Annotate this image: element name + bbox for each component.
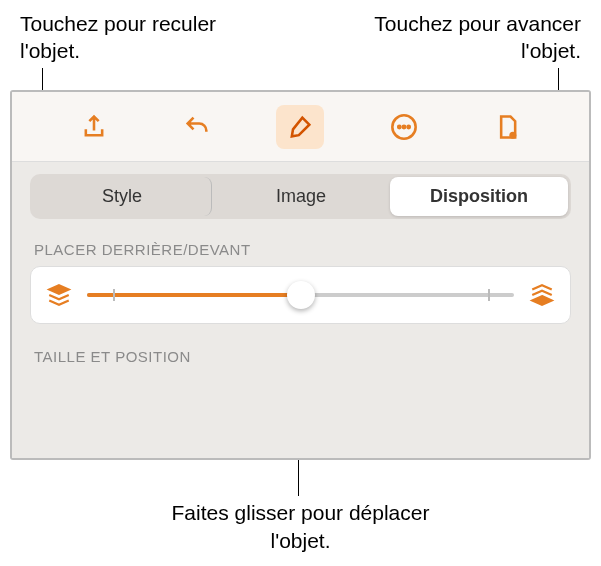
format-button[interactable] bbox=[276, 105, 324, 149]
share-button[interactable] bbox=[70, 105, 118, 149]
layers-back-icon bbox=[46, 282, 72, 308]
brush-icon bbox=[286, 113, 314, 141]
undo-icon bbox=[183, 113, 211, 141]
format-panel: Style Image Disposition PLACER DERRIÈRE/… bbox=[12, 162, 589, 458]
tab-image[interactable]: Image bbox=[212, 177, 390, 216]
section-title-placer: PLACER DERRIÈRE/DEVANT bbox=[34, 241, 567, 258]
segmented-tabs: Style Image Disposition bbox=[30, 174, 571, 219]
share-icon bbox=[80, 113, 108, 141]
layer-slider[interactable] bbox=[87, 281, 514, 309]
more-icon bbox=[390, 113, 418, 141]
callout-drag: Faites glisser pour déplacer l'objet. bbox=[171, 499, 431, 554]
slider-knob[interactable] bbox=[287, 281, 315, 309]
svg-point-4 bbox=[510, 131, 517, 138]
svg-point-3 bbox=[407, 125, 409, 127]
layer-order-row bbox=[30, 266, 571, 324]
slider-tick bbox=[113, 289, 115, 301]
tab-disposition[interactable]: Disposition bbox=[390, 177, 568, 216]
send-backward-button[interactable] bbox=[45, 281, 73, 309]
toolbar bbox=[12, 92, 589, 162]
bring-forward-button[interactable] bbox=[528, 281, 556, 309]
document-button[interactable] bbox=[483, 105, 531, 149]
more-button[interactable] bbox=[380, 105, 428, 149]
svg-point-1 bbox=[398, 125, 400, 127]
section-title-taille: TAILLE ET POSITION bbox=[34, 348, 567, 365]
document-icon bbox=[493, 113, 521, 141]
callout-back: Touchez pour reculer l'objet. bbox=[20, 10, 240, 65]
layers-front-icon bbox=[529, 282, 555, 308]
app-frame: Style Image Disposition PLACER DERRIÈRE/… bbox=[10, 90, 591, 460]
callout-forward: Touchez pour avancer l'objet. bbox=[361, 10, 581, 65]
slider-tick bbox=[488, 289, 490, 301]
undo-button[interactable] bbox=[173, 105, 221, 149]
slider-track-fill bbox=[87, 293, 301, 297]
svg-point-2 bbox=[403, 125, 405, 127]
tab-style[interactable]: Style bbox=[33, 177, 212, 216]
